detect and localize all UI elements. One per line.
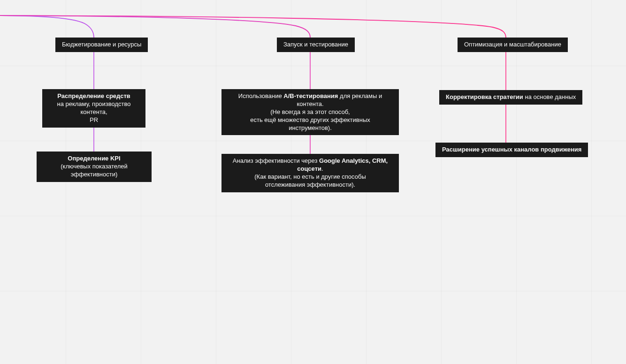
node-line: Распределение средств (57, 92, 130, 99)
node-optimize-strategy[interactable]: Корректировка стратегии на основе данных (439, 90, 582, 105)
node-line-suffix: на основе данных (523, 93, 576, 100)
node-line: (Как вариант, но есть и другие способы (254, 173, 366, 180)
node-line: отслеживания эффективности). (265, 181, 355, 188)
node-line-prefix: Анализ эффективности через (233, 157, 319, 164)
node-launch-abtest[interactable]: Использование A/B-тестирования для рекла… (221, 89, 399, 135)
node-line: есть ещё множество других эффективных ин… (250, 116, 370, 131)
node-line-suffix: . (321, 165, 323, 172)
node-optimize-channels[interactable]: Расширение успешных каналов продвижения (435, 143, 588, 157)
node-line-bold: A/B-тестирования (283, 92, 338, 99)
node-line: (ключевых показателей эффективности) (61, 163, 128, 178)
node-budget-distribution[interactable]: Распределение средств на рекламу, произв… (42, 89, 145, 128)
node-line: на рекламу, производство контента, (57, 100, 130, 115)
branch-title-launch[interactable]: Запуск и тестирование (277, 38, 355, 52)
branch-title-budget[interactable]: Бюджетирование и ресурсы (55, 38, 148, 52)
node-launch-analytics[interactable]: Анализ эффективности через Google Analyt… (221, 154, 399, 192)
node-line: (Не всегда я за этот способ, (270, 108, 350, 115)
node-label: Бюджетирование и ресурсы (62, 41, 141, 48)
node-line-prefix: Использование (238, 92, 284, 99)
node-label: Запуск и тестирование (283, 41, 348, 48)
node-line-bold: Корректировка стратегии (446, 93, 523, 100)
node-label: Оптимизация и масштабирование (464, 41, 561, 48)
node-line: PR (90, 116, 98, 123)
node-line: Расширение успешных каналов продвижения (442, 146, 581, 153)
node-budget-kpi[interactable]: Определение KPI (ключевых показателей эф… (37, 152, 152, 182)
node-line: Определение KPI (68, 155, 120, 162)
branch-title-optimize[interactable]: Оптимизация и масштабирование (458, 38, 568, 52)
